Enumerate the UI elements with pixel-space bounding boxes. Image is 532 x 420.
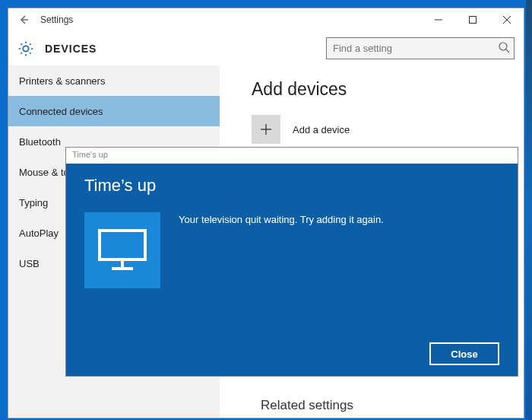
close-icon [503, 16, 511, 24]
search-icon [498, 41, 510, 53]
minimize-icon [435, 16, 442, 24]
sidebar-item-label: Printers & scanners [19, 75, 105, 87]
sidebar-item-label: Typing [19, 197, 48, 208]
tv-icon [97, 228, 148, 273]
svg-line-6 [506, 49, 509, 52]
svg-rect-9 [100, 231, 145, 259]
plus-icon [259, 123, 273, 136]
dialog-window: Time's up Time’s up Your television quit… [65, 147, 518, 377]
search-container [326, 37, 515, 59]
sidebar-item-label: AutoPlay [19, 228, 59, 239]
sidebar-item-connected-devices[interactable]: Connected devices [8, 96, 220, 126]
svg-point-5 [499, 43, 507, 50]
titlebar: Settings [8, 8, 524, 31]
dialog-body: Time’s up Your television quit waiting. … [66, 164, 518, 376]
dialog-heading: Time’s up [84, 176, 499, 196]
page-header: DEVICES [8, 31, 524, 65]
search-input[interactable] [326, 37, 515, 59]
add-device-row[interactable]: Add a device [252, 115, 501, 144]
related-settings-heading: Related settings [261, 398, 353, 413]
tv-tile [84, 212, 160, 288]
page-title: DEVICES [45, 43, 97, 55]
window-title: Settings [40, 14, 73, 25]
sidebar-item-label: USB [19, 258, 40, 269]
dialog-window-title: Time's up [66, 148, 518, 164]
maximize-button[interactable] [455, 8, 489, 31]
dialog-close-button[interactable]: Close [429, 342, 499, 365]
section-heading: Add devices [252, 79, 501, 100]
desktop-right-edge [526, 0, 532, 420]
minimize-button[interactable] [421, 8, 455, 31]
plus-tile [252, 115, 280, 144]
back-arrow-icon [17, 14, 30, 26]
sidebar-item-label: Connected devices [19, 106, 103, 117]
add-device-label: Add a device [293, 124, 350, 135]
gear-icon [17, 40, 34, 57]
dialog-message: Your television quit waiting. Try adding… [179, 212, 384, 288]
maximize-icon [469, 16, 477, 24]
sidebar-item-printers[interactable]: Printers & scanners [8, 65, 220, 96]
sidebar-item-label: Bluetooth [19, 136, 61, 148]
back-button[interactable] [14, 11, 33, 29]
svg-rect-2 [469, 17, 476, 24]
close-window-button[interactable] [489, 8, 524, 31]
